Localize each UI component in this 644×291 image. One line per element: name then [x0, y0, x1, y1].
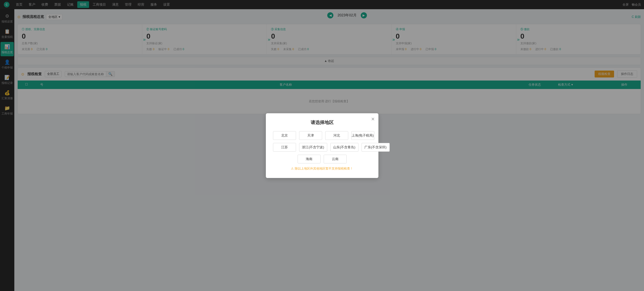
modal-overlay[interactable]: ✕ 请选择地区 北京 天津 河北 上海(电子税局) 江苏 浙江(不含宁波) 山东… — [0, 0, 644, 291]
region-btn-jiangsu[interactable]: 江苏 — [273, 143, 296, 152]
region-btn-beijing[interactable]: 北京 — [273, 131, 296, 140]
region-row-3: 海南 云南 — [273, 155, 371, 163]
region-btn-guangdong[interactable]: 广东(不含深圳) — [362, 143, 390, 152]
region-btn-tianjin[interactable]: 天津 — [299, 131, 322, 140]
region-btn-shandong[interactable]: 山东(不含青岛) — [330, 143, 358, 152]
region-btn-shanghai[interactable]: 上海(电子税局) — [351, 131, 374, 140]
region-warning: ⚠ 除以上地区外其他地区暂不支持报税检查！ — [273, 166, 371, 171]
modal-title: 请选择地区 — [273, 119, 371, 126]
region-btn-hebei[interactable]: 河北 — [325, 131, 348, 140]
region-row-2: 江苏 浙江(不含宁波) 山东(不含青岛) 广东(不含深圳) — [273, 143, 371, 152]
region-btn-yunnan[interactable]: 云南 — [324, 155, 347, 163]
region-btn-hainan[interactable]: 海南 — [298, 155, 321, 163]
modal-close-button[interactable]: ✕ — [371, 116, 375, 122]
region-row-1: 北京 天津 河北 上海(电子税局) — [273, 131, 371, 140]
region-btn-zhejiang[interactable]: 浙江(不含宁波) — [299, 143, 327, 152]
region-select-modal: ✕ 请选择地区 北京 天津 河北 上海(电子税局) 江苏 浙江(不含宁波) 山东… — [266, 113, 378, 178]
